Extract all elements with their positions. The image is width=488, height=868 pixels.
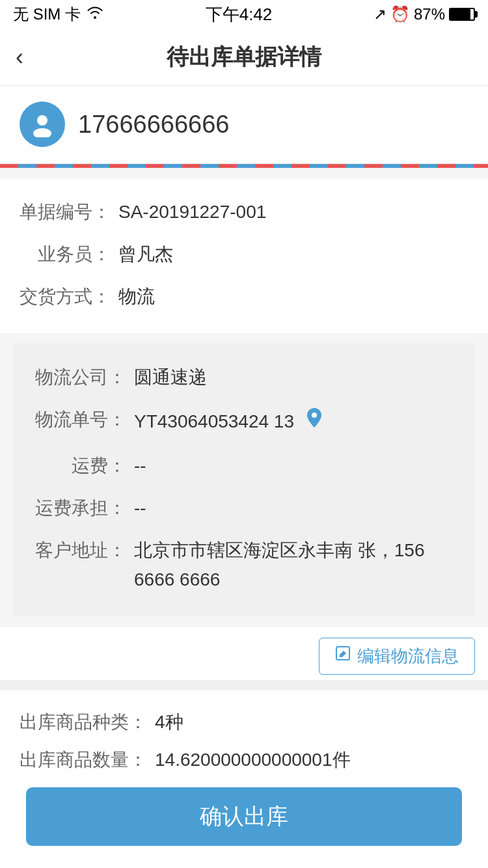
freight-bearer-row: 运费承担： -- xyxy=(29,487,459,530)
status-right: ↗ ⏰ 87% xyxy=(373,5,475,23)
dashed-divider xyxy=(0,164,488,168)
customer-header: 17666666666 xyxy=(0,86,488,163)
nav-bar: ‹ 待出库单据详情 xyxy=(0,29,488,86)
goods-type-label: 出库商品种类： xyxy=(20,710,147,735)
address-row: 客户地址： 北京市市辖区海淀区永丰南 张，156 6666 6666 xyxy=(29,530,459,601)
customer-phone: 17666666666 xyxy=(78,111,229,139)
goods-type-row: 出库商品种类： 4种 xyxy=(20,703,468,741)
doc-number-label: 单据编号： xyxy=(20,198,111,227)
status-time: 下午4:42 xyxy=(206,3,273,26)
svg-point-0 xyxy=(37,115,47,126)
back-button[interactable]: ‹ xyxy=(16,44,23,71)
goods-quantity-label: 出库商品数量： xyxy=(20,748,147,772)
doc-number-row: 单据编号： SA-20191227-001 xyxy=(20,191,468,234)
logistics-company-label: 物流公司： xyxy=(29,363,126,392)
freight-bearer-label: 运费承担： xyxy=(29,494,126,523)
status-bar: 无 SIM 卡 下午4:42 ↗ ⏰ 87% xyxy=(0,0,488,29)
battery-text: 87% xyxy=(414,5,445,23)
goods-quantity-row: 出库商品数量： 14.620000000000001件 xyxy=(20,741,468,779)
alarm-icon: ⏰ xyxy=(390,5,410,23)
salesperson-value: 曾凡杰 xyxy=(118,240,468,269)
tracking-number-value: YT43064053424 13 xyxy=(134,405,459,439)
edit-logistics-label: 编辑物流信息 xyxy=(357,645,459,668)
freight-row: 运费： -- xyxy=(29,445,459,487)
location-pin-icon[interactable] xyxy=(305,405,324,439)
logistics-company-value: 圆通速递 xyxy=(134,363,459,392)
section-separator xyxy=(0,680,488,690)
delivery-method-value: 物流 xyxy=(118,282,468,312)
page-title: 待出库单据详情 xyxy=(167,42,321,72)
address-label: 客户地址： xyxy=(29,536,126,565)
goods-type-value: 4种 xyxy=(155,710,183,735)
freight-bearer-value: -- xyxy=(134,494,459,523)
goods-quantity-value: 14.620000000000001件 xyxy=(155,748,351,772)
bottom-area: 确认出库 xyxy=(0,774,488,868)
edit-icon xyxy=(335,645,352,667)
freight-value: -- xyxy=(134,452,459,481)
location-status-icon: ↗ xyxy=(373,5,386,23)
logistics-company-row: 物流公司： 圆通速递 xyxy=(29,357,459,399)
address-value: 北京市市辖区海淀区永丰南 张，156 6666 6666 xyxy=(134,536,459,595)
delivery-method-row: 交货方式： 物流 xyxy=(20,276,468,318)
logistics-section: 物流公司： 圆通速递 物流单号： YT43064053424 13 运费： --… xyxy=(13,344,475,616)
svg-point-1 xyxy=(33,128,51,137)
doc-number-value: SA-20191227-001 xyxy=(118,198,468,227)
tracking-number-label: 物流单号： xyxy=(29,405,126,435)
confirm-outbound-button[interactable]: 确认出库 xyxy=(26,787,462,846)
edit-btn-row: 编辑物流信息 xyxy=(0,627,488,680)
carrier-text: 无 SIM 卡 xyxy=(13,4,81,25)
salesperson-label: 业务员： xyxy=(20,240,111,269)
status-left: 无 SIM 卡 xyxy=(13,4,104,25)
document-info-section: 单据编号： SA-20191227-001 业务员： 曾凡杰 交货方式： 物流 xyxy=(0,178,488,333)
edit-logistics-button[interactable]: 编辑物流信息 xyxy=(319,638,475,675)
svg-point-2 xyxy=(312,413,317,418)
tracking-number-row: 物流单号： YT43064053424 13 xyxy=(29,399,459,445)
salesperson-row: 业务员： 曾凡杰 xyxy=(20,234,468,276)
wifi-icon xyxy=(86,5,104,23)
freight-label: 运费： xyxy=(29,452,126,481)
battery-icon xyxy=(449,8,475,21)
delivery-method-label: 交货方式： xyxy=(20,282,111,312)
avatar xyxy=(20,102,65,147)
